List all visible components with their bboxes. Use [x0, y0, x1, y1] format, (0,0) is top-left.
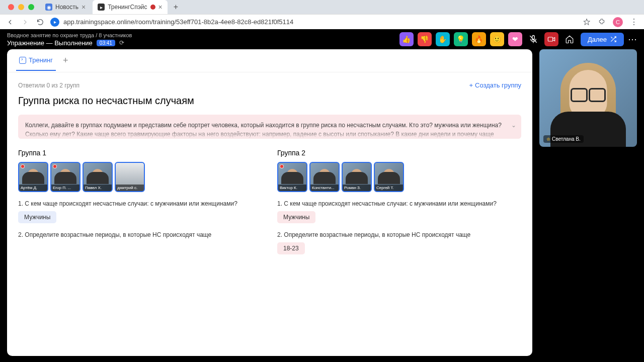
presenter-label: ♔ Светлана В.: [543, 135, 584, 143]
crown-icon: ♔: [546, 137, 550, 142]
answer-chip[interactable]: 18-23: [277, 242, 305, 254]
participant-name: Павел Х.: [84, 185, 112, 191]
browser-tab-active[interactable]: ▸ ТренингСпэйс ×: [93, 0, 168, 14]
new-tab-button[interactable]: +: [170, 3, 182, 12]
extensions-icon[interactable]: [598, 18, 606, 26]
create-group-label: Создать группу: [475, 81, 521, 89]
video-panel: ♔ Светлана В.: [539, 49, 637, 356]
site-icon: ▸: [50, 18, 59, 27]
reaction-thumbs-down[interactable]: 👎: [418, 32, 432, 46]
group-column: Группа 1Артём Д.Егор П. ...Павел Х.дмитр…: [18, 149, 262, 262]
app-header: Вводное занятие по охране труда / 8 учас…: [0, 29, 644, 49]
participants-row: Артём Д.Егор П. ...Павел Х.дмитрий с.: [18, 162, 262, 192]
next-button[interactable]: Далее: [581, 33, 624, 46]
profile-avatar[interactable]: C: [613, 17, 623, 27]
reload-icon[interactable]: [36, 18, 44, 26]
tab-title: ТренингСпэйс: [108, 4, 147, 11]
presenter-video[interactable]: ♔ Светлана В.: [539, 49, 637, 147]
add-tab-button[interactable]: +: [56, 49, 75, 72]
section-title: Группа риска по несчастным случаям: [18, 95, 521, 107]
participant-name: Виктор К.: [278, 185, 306, 191]
shuffle-icon: [610, 36, 617, 43]
reaction-smile[interactable]: 🙂: [490, 32, 504, 46]
plus-icon: +: [469, 81, 473, 89]
recording-icon: [150, 5, 155, 10]
participant-name: дмитрий с.: [116, 185, 144, 191]
question-text: 1. С кем чаще происходят несчастные случ…: [277, 200, 521, 207]
tab-favicon: ▸: [98, 4, 105, 11]
participant-tile[interactable]: Роман З.: [342, 162, 372, 192]
tab-title: Новость: [55, 4, 78, 11]
window-controls: [4, 4, 38, 10]
instruction-text: Коллеги, давайте в группах подумаем и пр…: [25, 122, 502, 139]
app-root: Вводное занятие по охране труда / 8 учас…: [0, 29, 644, 362]
answer-chip[interactable]: Мужчины: [277, 211, 315, 223]
chrome-menu-icon[interactable]: ⋮: [630, 17, 638, 27]
participant-tile[interactable]: Виктор К.: [277, 162, 307, 192]
reaction-heart[interactable]: ❤: [508, 32, 522, 46]
participant-tile[interactable]: Артём Д.: [18, 162, 48, 192]
browser-tab[interactable]: ◉ Новость ×: [40, 0, 91, 14]
create-group-button[interactable]: + Создать группу: [469, 81, 521, 89]
tab-label: Тренинг: [29, 56, 53, 64]
svg-rect-0: [548, 37, 552, 41]
reaction-idea[interactable]: 💡: [454, 32, 468, 46]
next-button-label: Далее: [588, 36, 607, 43]
tab-close-icon[interactable]: ×: [82, 3, 86, 11]
question-text: 1. С кем чаще происходят несчастные случ…: [18, 200, 262, 207]
tab-close-icon[interactable]: ×: [158, 3, 163, 11]
address-bar: ▸ app.trainingspace.online/room/training…: [0, 14, 644, 29]
content-tabs: Тренинг +: [7, 49, 532, 72]
answer-chip[interactable]: Мужчины: [18, 211, 56, 223]
recording-dot-icon: [280, 164, 284, 168]
content-panel: Тренинг + Ответили 0 из 2 групп + Создат…: [7, 49, 532, 356]
tab-favicon: ◉: [45, 4, 52, 11]
tab-training[interactable]: Тренинг: [16, 50, 56, 71]
reaction-raise-hand[interactable]: ✋: [436, 32, 450, 46]
close-window-button[interactable]: [8, 4, 14, 10]
question-text: 2. Определите возрастные периоды, в кото…: [18, 231, 262, 238]
maximize-window-button[interactable]: [28, 4, 34, 10]
chevron-down-icon[interactable]: ⌄: [511, 121, 516, 130]
participant-name: Роман З.: [343, 185, 371, 191]
reaction-thumbs-up[interactable]: 👍: [399, 32, 414, 46]
url-text: app.trainingspace.online/room/training/5…: [63, 18, 293, 26]
more-menu-icon[interactable]: ⋯: [628, 34, 637, 45]
participant-tile[interactable]: Константи...: [309, 162, 340, 192]
mic-toggle[interactable]: [526, 32, 540, 46]
browser-chrome: ◉ Новость × ▸ ТренингСпэйс × + ▸ app.tra…: [0, 0, 644, 29]
group-title: Группа 2: [277, 149, 521, 157]
reaction-fire[interactable]: 🔥: [472, 32, 486, 46]
participant-tile[interactable]: Павел Х.: [83, 162, 113, 192]
recording-dot-icon: [53, 164, 57, 168]
group-column: Группа 2Виктор К.Константи...Роман З.Сер…: [277, 149, 521, 262]
minimize-window-button[interactable]: [18, 4, 24, 10]
url-field[interactable]: ▸ app.trainingspace.online/room/training…: [50, 18, 577, 27]
presenter-name: Светлана В.: [552, 136, 581, 142]
refresh-icon[interactable]: ⟳: [119, 39, 124, 46]
star-icon[interactable]: [583, 18, 591, 26]
participant-name: Сергей Т.: [375, 185, 403, 191]
participant-name: Егор П. ...: [51, 185, 79, 191]
home-button[interactable]: [562, 32, 577, 46]
participant-name: Артём Д.: [19, 185, 47, 191]
tab-bar: ◉ Новость × ▸ ТренингСпэйс × +: [0, 0, 644, 14]
participants-row: Виктор К.Константи...Роман З.Сергей Т.: [277, 162, 521, 192]
instruction-box: Коллеги, давайте в группах подумаем и пр…: [18, 115, 521, 139]
exercise-title: Упражнение — Выполнение: [7, 39, 93, 47]
play-square-icon: [19, 57, 26, 64]
question-text: 2. Определите возрастные периоды, в кото…: [277, 231, 521, 238]
presenter-figure: [550, 59, 626, 147]
participant-name: Константи...: [310, 185, 339, 191]
participant-tile[interactable]: Егор П. ...: [50, 162, 80, 192]
back-icon[interactable]: [6, 18, 14, 26]
participant-tile[interactable]: Сергей Т.: [374, 162, 404, 192]
group-title: Группа 1: [18, 149, 262, 157]
progress-text: Ответили 0 из 2 групп: [18, 82, 79, 89]
recording-dot-icon: [21, 164, 25, 168]
participant-tile[interactable]: дмитрий с.: [115, 162, 145, 192]
timer-badge: 03:41: [97, 40, 115, 46]
camera-toggle[interactable]: [544, 32, 558, 46]
breadcrumb: Вводное занятие по охране труда / 8 учас…: [7, 32, 132, 38]
forward-icon[interactable]: [21, 18, 29, 26]
